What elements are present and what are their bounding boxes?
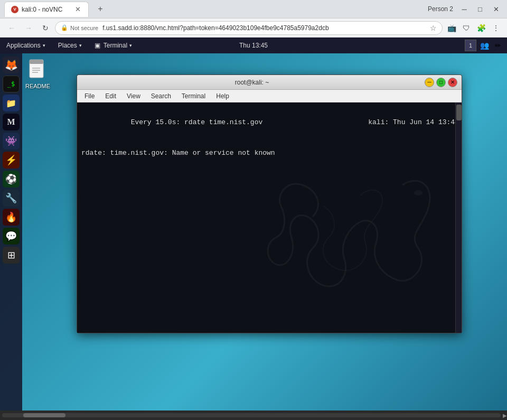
system-clock: Thu 13:45 (239, 42, 268, 49)
scroll-track[interactable] (2, 413, 501, 417)
address-text: f.us1.sadd.io:8880/vnc.html?path=token=4… (102, 24, 428, 32)
dock-app9[interactable]: 🔥 (3, 209, 20, 226)
dock-app5[interactable]: 👾 (3, 133, 20, 150)
browser-toolbar: ← → ↻ 🔒 Not secure f.us1.sadd.io:8880/vn… (0, 18, 507, 38)
dock-files[interactable]: 📁 (3, 95, 20, 111)
readme-label: README (25, 83, 50, 89)
back-button[interactable]: ← (4, 21, 19, 35)
terminal-menu-help[interactable]: Help (211, 90, 234, 102)
dock-grid[interactable]: ⊞ (3, 247, 20, 264)
terminal-minimize-button[interactable]: ─ (425, 78, 434, 87)
dock-terminal[interactable]: _$ (3, 76, 20, 92)
new-tab-button[interactable]: + (93, 2, 108, 16)
kali-dock: 🦊 _$ 📁 M 👾 ⚡ ⚽ 🔧 🔥 💬 ⊞ (0, 53, 22, 410)
terminal-line-1: Every 15.0s: rdate time.nist.govkali: Th… (81, 107, 451, 138)
restore-button[interactable]: □ (473, 2, 487, 16)
terminal-content-inner: Every 15.0s: rdate time.nist.govkali: Th… (81, 107, 451, 158)
terminal-arrow: ▾ (129, 43, 132, 48)
terminal-menu-search[interactable]: Search (146, 90, 176, 102)
dock-metasploit[interactable]: M (3, 114, 20, 130)
dock-chat[interactable]: 💬 (3, 228, 20, 245)
places-label: Places (58, 42, 77, 49)
kali-taskbar: Applications ▾ Places ▾ ▣ Terminal ▾ Thu… (0, 38, 507, 53)
terminal-maximize-button[interactable]: □ (436, 78, 446, 87)
workspace-button[interactable]: 1 (465, 40, 476, 51)
dock-burpsuite[interactable]: ⚡ (3, 152, 20, 169)
close-window-button[interactable]: ✕ (489, 2, 503, 16)
terminal-scroll-thumb[interactable] (456, 105, 462, 120)
scroll-thumb[interactable] (23, 413, 65, 417)
terminal-window: root@kali: ~ ─ □ ✕ File Edit View Search… (77, 74, 462, 333)
terminal-titlebar: root@kali: ~ ─ □ ✕ (77, 75, 462, 90)
cast-icon[interactable]: 📺 (445, 21, 458, 35)
applications-arrow: ▾ (43, 43, 45, 48)
desktop-area: Applications ▾ Places ▾ ▣ Terminal ▾ Thu… (0, 38, 507, 420)
applications-label: Applications (6, 42, 41, 49)
terminal-close-button[interactable]: ✕ (448, 78, 457, 87)
terminal-body[interactable]: Every 15.0s: rdate time.nist.govkali: Th… (77, 102, 462, 333)
terminal-line-2 (81, 138, 451, 148)
dock-app8[interactable]: 🔧 (3, 190, 20, 207)
browser-tab[interactable]: V kali:0 - noVNC ✕ (4, 2, 89, 17)
places-menu[interactable]: Places ▾ (52, 38, 88, 53)
reload-button[interactable]: ↻ (38, 21, 53, 35)
terminal-menu[interactable]: ▣ Terminal ▾ (88, 38, 138, 53)
window-controls: Person 2 ─ □ ✕ (428, 2, 503, 16)
tab-close-button[interactable]: ✕ (73, 5, 82, 14)
shield-icon[interactable]: 🛡 (459, 21, 473, 35)
security-icon: 🔒 (61, 24, 68, 31)
kali-watermark (255, 153, 439, 322)
browser-titlebar: V kali:0 - noVNC ✕ + Person 2 ─ □ ✕ (0, 0, 507, 18)
readme-icon-image (27, 60, 49, 81)
scroll-right-arrow[interactable]: ▶ (503, 413, 507, 418)
forward-button[interactable]: → (21, 21, 36, 35)
readme-icon[interactable]: README (23, 58, 52, 91)
person-label: Person 2 (428, 5, 453, 13)
tab-label: kali:0 - noVNC (22, 6, 62, 13)
terminal-title: root@kali: ~ (81, 79, 422, 86)
dock-firefox[interactable]: 🦊 (3, 57, 20, 73)
taskbar-right: 1 👥 ✏ (465, 40, 507, 51)
terminal-menu-file[interactable]: File (79, 90, 100, 102)
terminal-menu-terminal[interactable]: Terminal (176, 90, 211, 102)
terminal-scrollbar[interactable] (455, 102, 462, 333)
minimize-button[interactable]: ─ (457, 2, 471, 16)
tab-favicon: V (11, 6, 18, 13)
svg-point-5 (414, 190, 422, 195)
bottom-scrollbar[interactable]: ▶ (0, 410, 507, 420)
settings-icon[interactable]: ✏ (492, 40, 504, 51)
extensions-icon[interactable]: 🧩 (474, 21, 488, 35)
address-bar[interactable]: 🔒 Not secure f.us1.sadd.io:8880/vnc.html… (55, 21, 443, 35)
dock-app7[interactable]: ⚽ (3, 171, 20, 188)
menu-button[interactable]: ⋮ (489, 21, 503, 35)
terminal-menu-edit[interactable]: Edit (100, 90, 121, 102)
applications-menu[interactable]: Applications ▾ (0, 38, 52, 53)
svg-rect-1 (30, 60, 43, 64)
terminal-menubar: File Edit View Search Terminal Help (77, 90, 462, 102)
terminal-menu-icon: ▣ (95, 42, 100, 49)
terminal-content[interactable]: Every 15.0s: rdate time.nist.govkali: Th… (77, 102, 455, 333)
terminal-label: Terminal (104, 42, 127, 49)
toolbar-icons: 📺 🛡 🧩 ⋮ (445, 21, 503, 35)
not-secure-label: Not secure (70, 25, 98, 31)
terminal-menu-view[interactable]: View (121, 90, 146, 102)
terminal-line-3: rdate: time.nist.gov: Name or service no… (81, 148, 451, 158)
people-icon[interactable]: 👥 (478, 40, 490, 51)
places-arrow: ▾ (79, 43, 82, 48)
bookmark-icon[interactable]: ☆ (430, 24, 437, 32)
